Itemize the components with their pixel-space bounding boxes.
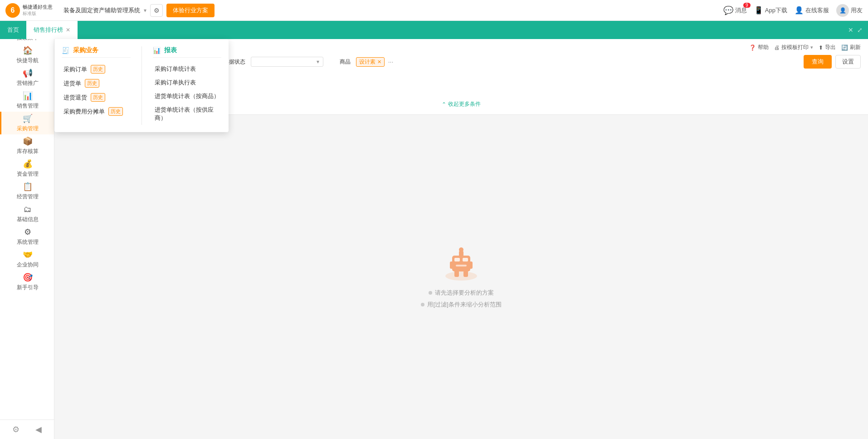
report-section-label: 报表 <box>164 46 177 54</box>
menu-item-stock-return[interactable]: 进货退货 历史 <box>62 90 131 104</box>
close-window-icon[interactable]: ✕ <box>848 26 853 34</box>
dropdown-arrow-icon[interactable]: ▾ <box>144 7 146 14</box>
logo-text: 畅捷通好生意 <box>23 4 53 10</box>
empty-svg <box>439 240 484 285</box>
sidebar-item-inventory[interactable]: 📦 库存核算 <box>0 134 54 157</box>
purchase-section-icon: 🧾 <box>62 47 69 54</box>
stock-stats-supplier-label: 进货单统计表（按供应商） <box>155 106 220 122</box>
sidebar-item-operations-label: 经营管理 <box>17 193 39 201</box>
report-section: 📊 报表 采购订单统计表 采购订单执行表 进货单统计表（按商品） 进货单统计表（… <box>153 46 222 125</box>
menu-item-purchase-expense[interactable]: 采购费用分摊单 历史 <box>62 104 131 118</box>
menu-item-stock-in[interactable]: 进货单 历史 <box>62 76 131 90</box>
po-stats-label: 采购订单统计表 <box>155 65 196 73</box>
gear-button[interactable]: ⚙ <box>150 4 163 17</box>
logo-area: 6 畅捷通好生意 标准版 <box>5 3 60 18</box>
notification-button[interactable]: 💬 9 消息 <box>723 5 747 15</box>
purchase-icon: 🛒 <box>23 113 33 123</box>
industry-button[interactable]: 体验行业方案 <box>166 4 215 17</box>
export-icon: ⬆ <box>819 44 823 51</box>
tab-sales-ranking[interactable]: 销售排行榜 ✕ <box>26 21 78 39</box>
user-label: 用友 <box>851 6 863 15</box>
goods-tag-close[interactable]: ✕ <box>377 59 381 65</box>
print-arrow-icon: ▾ <box>810 44 813 50</box>
svg-rect-4 <box>456 265 467 266</box>
menu-item-purchase-order[interactable]: 采购订单 历史 <box>62 62 131 76</box>
svg-rect-8 <box>469 261 473 269</box>
setting-button[interactable]: 设置 <box>835 55 861 69</box>
goods-tag-value: 设计素 <box>359 58 375 66</box>
settings-bottom-icon[interactable]: ⚙ <box>12 424 20 434</box>
help-button[interactable]: ❓ 帮助 <box>749 44 769 51</box>
menu-item-stock-stats-goods[interactable]: 进货单统计表（按商品） <box>153 89 222 103</box>
system-icon: ⚙ <box>24 227 31 237</box>
menu-item-stock-stats-supplier[interactable]: 进货单统计表（按供应商） <box>153 103 222 125</box>
sidebar-item-nav-label: 快捷导航 <box>17 57 39 64</box>
avatar: 👤 <box>836 4 849 17</box>
stock-in-label: 进货单 <box>63 79 81 88</box>
report-section-icon: 📊 <box>153 47 161 54</box>
sidebar-item-collab-label: 企业协同 <box>17 261 39 269</box>
refresh-button[interactable]: 🔄 刷新 <box>841 44 861 51</box>
export-button[interactable]: ⬆ 导出 <box>819 44 836 51</box>
collapse-label: 收起更多条件 <box>448 100 481 108</box>
sidebar: 🔍 搜索菜单 🏠 快捷导航 📢 营销推广 📊 销售管理 🛒 采购管理 📦 库存核… <box>0 21 54 439</box>
online-service-label: 在线客服 <box>805 6 829 15</box>
home-icon: 🏠 <box>23 45 33 55</box>
sidebar-item-system[interactable]: ⚙ 系统管理 <box>0 225 54 248</box>
user-menu[interactable]: 👤 用友 <box>836 4 863 17</box>
sidebar-item-nav[interactable]: 🏠 快捷导航 <box>0 44 54 66</box>
purchase-order-label: 采购订单 <box>63 65 87 74</box>
menu-divider <box>141 46 142 125</box>
report-section-title: 📊 报表 <box>153 46 222 58</box>
history-badge-4: 历史 <box>108 107 123 116</box>
sidebar-item-guide[interactable]: 🎯 新手引导 <box>0 271 54 293</box>
stock-stats-goods-label: 进货单统计表（按商品） <box>155 92 219 100</box>
top-bar: 6 畅捷通好生意 标准版 装备及固定资产辅助管理系统 ▾ ⚙ 体验行业方案 💬 … <box>0 0 868 21</box>
history-badge-2: 历史 <box>85 79 99 88</box>
sidebar-item-operations[interactable]: 📋 经营管理 <box>0 180 54 202</box>
menu-item-po-exec[interactable]: 采购订单执行表 <box>153 76 222 89</box>
top-right: 💬 9 消息 📱 App下载 👤 在线客服 👤 用友 <box>723 4 863 17</box>
print-button[interactable]: 🖨 按模板打印 ▾ <box>774 44 813 51</box>
print-icon: 🖨 <box>774 44 780 51</box>
empty-tip-2-text: 用[过滤]条件来缩小分析范围 <box>427 301 501 309</box>
refresh-icon: 🔄 <box>841 44 848 51</box>
finance-icon: 💰 <box>23 159 33 169</box>
action-buttons: 查询 设置 <box>804 55 861 69</box>
query-button[interactable]: 查询 <box>804 55 832 69</box>
status-select[interactable]: ▾ <box>251 57 323 67</box>
purchase-expense-label: 采购费用分摊单 <box>63 108 105 116</box>
goods-label: 商品 <box>340 58 351 66</box>
maximize-icon[interactable]: ⤢ <box>857 26 863 34</box>
collapse-up-icon: ⌃ <box>442 101 446 108</box>
help-label: 帮助 <box>758 44 769 51</box>
tab-home[interactable]: 首页 <box>0 21 26 39</box>
sidebar-item-purchase[interactable]: 🛒 采购管理 <box>0 112 54 134</box>
basic-icon: 🗂 <box>24 205 32 214</box>
app-download-label: App下载 <box>765 6 787 15</box>
menu-item-po-stats[interactable]: 采购订单统计表 <box>153 62 222 76</box>
svg-rect-1 <box>452 256 470 271</box>
goods-filter: 设计素 ✕ ··· <box>356 57 395 67</box>
svg-rect-3 <box>463 258 468 261</box>
app-download-button[interactable]: 📱 App下载 <box>754 6 787 15</box>
svg-point-6 <box>459 247 463 252</box>
sidebar-item-collab[interactable]: 🤝 企业协同 <box>0 248 54 271</box>
po-exec-label: 采购订单执行表 <box>155 79 196 87</box>
online-service-button[interactable]: 👤 在线客服 <box>795 6 829 15</box>
sidebar-item-finance[interactable]: 💰 资金管理 <box>0 157 54 180</box>
marketing-icon: 📢 <box>23 68 33 78</box>
sidebar-item-marketing[interactable]: 📢 营销推广 <box>0 66 54 89</box>
sidebar-item-guide-label: 新手引导 <box>17 284 39 291</box>
dot-1 <box>429 291 432 295</box>
sidebar-item-sales[interactable]: 📊 销售管理 <box>0 89 54 112</box>
goods-ellipsis[interactable]: ··· <box>386 58 395 65</box>
svg-rect-9 <box>454 271 459 277</box>
sidebar-item-sales-label: 销售管理 <box>17 102 39 110</box>
export-label: 导出 <box>825 44 836 51</box>
sidebar-item-inventory-label: 库存核算 <box>17 148 39 155</box>
tab-close-icon[interactable]: ✕ <box>66 27 70 33</box>
tab-home-label: 首页 <box>7 26 19 34</box>
collapse-sidebar-icon[interactable]: ◀ <box>35 424 42 434</box>
sidebar-item-basic[interactable]: 🗂 基础信息 <box>0 202 54 225</box>
